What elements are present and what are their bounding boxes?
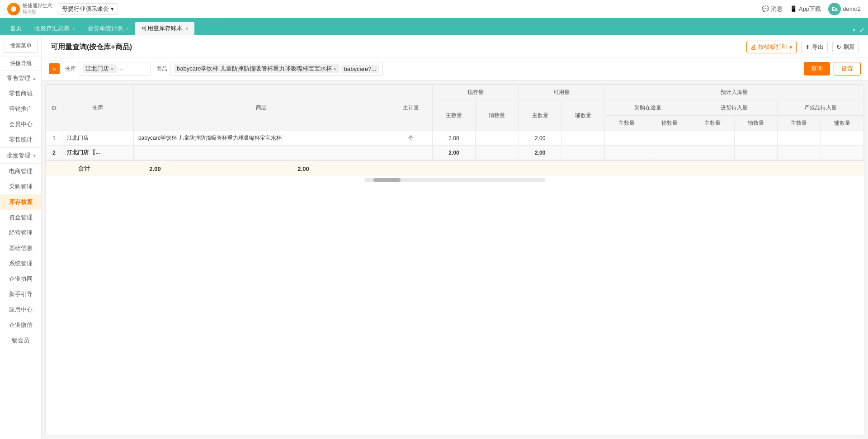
cell-current-sub-2 bbox=[476, 146, 519, 160]
cell-pur-main-1 bbox=[605, 131, 648, 146]
phone-icon: 📱 bbox=[790, 5, 797, 12]
tab-bar-controls: × ⤢ bbox=[852, 27, 864, 35]
warehouse-tag-close[interactable]: × bbox=[110, 66, 114, 72]
tab-order-stats[interactable]: 要货单统计表 × bbox=[81, 22, 135, 35]
tab-collection-close[interactable]: × bbox=[72, 26, 75, 31]
sidebar-item-finance[interactable]: 资金管理 bbox=[0, 210, 41, 225]
refresh-icon: ↻ bbox=[836, 44, 841, 51]
svg-point-0 bbox=[11, 6, 16, 12]
footer-current-main: 2.00 bbox=[118, 165, 192, 172]
cell-avail-main-1: 2.00 bbox=[519, 131, 561, 146]
tab-order-stats-label: 要货单统计表 bbox=[88, 24, 123, 33]
cell-prod-sub-1 bbox=[821, 131, 863, 146]
print-button[interactable]: 🖨 按模板打印 ▾ bbox=[746, 41, 797, 53]
refresh-button[interactable]: ↻ 刷新 bbox=[832, 41, 859, 53]
export-button[interactable]: ⬆ 导出 bbox=[801, 41, 828, 53]
col-expected-in-header: 预计入库量 bbox=[605, 85, 864, 100]
scroll-bar-area bbox=[46, 176, 864, 184]
quick-nav-button[interactable]: 快捷导航 bbox=[0, 57, 41, 71]
sidebar-item-enterprise[interactable]: 企业协同 bbox=[0, 271, 41, 287]
cell-current-main-1: 2.00 bbox=[432, 131, 475, 146]
settings-button[interactable]: 设置 bbox=[834, 62, 861, 76]
expand-icon: » bbox=[52, 66, 56, 72]
col-current-main-header: 主数量 bbox=[432, 100, 475, 131]
table-container: ⚙ 仓库 商品 主计量 现存量 可用量 预计入库量 主数量 辅数量 主数量 辅数… bbox=[45, 84, 864, 435]
chevron-down-icon: ▾ bbox=[111, 5, 114, 12]
sidebar-item-newbie[interactable]: 新手引导 bbox=[0, 287, 41, 302]
message-button[interactable]: 💬 消息 bbox=[762, 5, 783, 13]
export-icon: ⬆ bbox=[805, 44, 810, 51]
user-menu[interactable]: Ea demo2 bbox=[828, 3, 861, 15]
cell-warehouse-1: 江北门店 bbox=[62, 131, 134, 146]
cell-pur-sub-1 bbox=[648, 131, 691, 146]
sidebar-item-marketing[interactable]: 营销推广 bbox=[0, 101, 41, 117]
warehouse-input[interactable]: 江北门店 × ··· bbox=[79, 62, 151, 76]
col-products-pending-header: 产成品待入量 bbox=[778, 100, 864, 116]
col-avail-main-header: 主数量 bbox=[519, 100, 561, 131]
sidebar-item-retail-shop[interactable]: 零售商城 bbox=[0, 86, 41, 101]
filter-toggle-button[interactable]: » bbox=[49, 63, 60, 74]
col-available-header: 可用量 bbox=[519, 85, 605, 100]
column-settings-icon[interactable]: ⚙ bbox=[51, 104, 57, 112]
col-settings-header: ⚙ bbox=[46, 85, 62, 131]
col-unit-header: 主计量 bbox=[389, 85, 432, 131]
sidebar-item-basic[interactable]: 基础信息 bbox=[0, 241, 41, 256]
more-icon: ··· bbox=[118, 66, 123, 72]
cell-current-sub-1 bbox=[476, 131, 519, 146]
sidebar-item-member[interactable]: 会员中心 bbox=[0, 117, 41, 132]
page-header: 可用量查询(按仓库+商品) 🖨 按模板打印 ▾ ⬆ 导出 ↻ 刷新 bbox=[42, 35, 868, 57]
chevron-icon: ▲ bbox=[32, 76, 37, 81]
search-menu-button[interactable]: 搜索菜单 bbox=[4, 39, 38, 53]
filter-bar: » 仓库 江北门店 × ··· 商品 babycare学饮杯 儿童防摔防撞吸管杯… bbox=[42, 57, 868, 80]
product-label: 商品 bbox=[156, 65, 167, 73]
scroll-track[interactable] bbox=[364, 178, 545, 182]
sidebar-item-system[interactable]: 系统管理 bbox=[0, 256, 41, 271]
col-goods-sub-header: 辅数量 bbox=[734, 116, 777, 131]
table-footer: 合计 2.00 2.00 bbox=[46, 160, 864, 176]
product-input[interactable]: babycare学饮杯 儿童防摔防撞吸管杯重力球吸嘴杯宝宝水杯 × babyca… bbox=[170, 62, 383, 76]
footer-label: 合计 bbox=[50, 165, 118, 173]
logo-text: 畅捷通好生意 bbox=[23, 3, 52, 9]
cell-goods-main-1 bbox=[691, 131, 734, 146]
page-title: 可用量查询(按仓库+商品) bbox=[51, 42, 132, 52]
top-bar-right: 💬 消息 📱 App下载 Ea demo2 bbox=[762, 3, 861, 15]
sidebar-item-inventory[interactable]: 库存核算 bbox=[0, 194, 41, 210]
product-tag-1-close[interactable]: × bbox=[333, 66, 337, 72]
sidebar-item-members[interactable]: 畅会员 bbox=[0, 333, 41, 348]
tab-available-stock-close[interactable]: × bbox=[185, 26, 188, 31]
sidebar-item-operations[interactable]: 经营管理 bbox=[0, 225, 41, 241]
content-area: 可用量查询(按仓库+商品) 🖨 按模板打印 ▾ ⬆ 导出 ↻ 刷新 bbox=[42, 35, 868, 439]
sidebar-item-ecommerce[interactable]: 电商管理 bbox=[0, 164, 41, 179]
table-row: 1 江北门店 babycare学饮杯 儿童防摔防撞吸管杯重力球吸嘴杯宝宝水杯 个… bbox=[46, 131, 864, 146]
col-warehouse-header: 仓库 bbox=[62, 85, 134, 131]
tab-order-stats-close[interactable]: × bbox=[126, 26, 128, 31]
col-current-sub-header: 辅数量 bbox=[476, 100, 519, 131]
tab-collection[interactable]: 收发存汇总表 × bbox=[28, 22, 81, 35]
query-button[interactable]: 查询 bbox=[804, 62, 830, 76]
cell-product-1: babycare学饮杯 儿童防摔防撞吸管杯重力球吸嘴杯宝宝水杯 bbox=[133, 131, 389, 146]
product-tag-2: babycare?... bbox=[341, 65, 379, 73]
tab-expand-icon[interactable]: ⤢ bbox=[859, 27, 864, 33]
cell-no-1: 1 bbox=[46, 131, 62, 146]
sidebar-item-wechat[interactable]: 企业微信 bbox=[0, 317, 41, 333]
tab-available-stock[interactable]: 可用量库存账本 × bbox=[135, 22, 194, 35]
industry-select[interactable]: 母婴行业演示账套 ▾ bbox=[58, 3, 118, 15]
sidebar-item-wholesale[interactable]: 批发管理 ▼ bbox=[0, 148, 41, 163]
sidebar-section-wholesale: 批发管理 ▼ bbox=[0, 148, 41, 164]
filter-actions: 查询 设置 bbox=[804, 62, 861, 76]
sidebar-item-retail-stats[interactable]: 零售统计 bbox=[0, 132, 41, 147]
sidebar-section-retail: 零售管理 ▲ 零售商城 营销推广 会员中心 零售统计 bbox=[0, 71, 41, 148]
sidebar-item-purchase[interactable]: 采购管理 bbox=[0, 179, 41, 194]
tab-close-all-icon[interactable]: × bbox=[852, 27, 856, 33]
app-download-button[interactable]: 📱 App下载 bbox=[790, 5, 821, 13]
tab-home[interactable]: 首页 bbox=[4, 22, 28, 35]
sidebar-item-appstore[interactable]: 应用中心 bbox=[0, 302, 41, 317]
sidebar-item-retail[interactable]: 零售管理 ▲ bbox=[0, 71, 41, 86]
cell-unit-1: 个 bbox=[389, 131, 432, 146]
tab-home-label: 首页 bbox=[10, 24, 22, 33]
scroll-thumb[interactable] bbox=[373, 178, 401, 182]
cell-goods-sub-1 bbox=[734, 131, 777, 146]
chevron-down-icon: ▾ bbox=[789, 44, 793, 51]
cell-prod-main-2 bbox=[778, 146, 821, 160]
footer-avail-main: 2.00 bbox=[266, 165, 340, 172]
